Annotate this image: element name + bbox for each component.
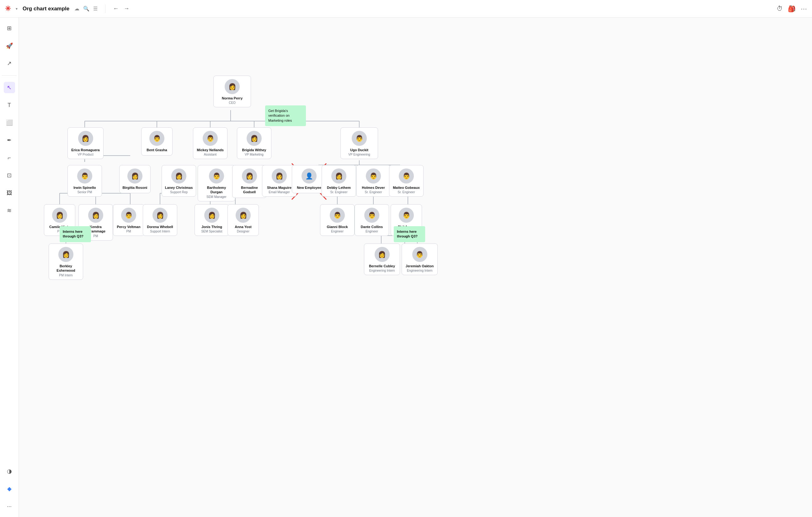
undo-button[interactable]: ← (113, 5, 119, 12)
present-icon[interactable]: 🎒 (788, 5, 796, 12)
app-title: Org chart example (23, 6, 69, 12)
search-icon[interactable]: 🔍 (83, 6, 89, 11)
cloud-icon[interactable]: ☁ (75, 6, 79, 11)
nav-icons: ← → (113, 5, 129, 12)
topbar: ✳ ▾ Org chart example ☁ 🔍 ☰ ← → ⏱ 🎒 ⋯ (0, 0, 812, 18)
redo-button[interactable]: → (124, 5, 129, 12)
logo-dropdown-arrow[interactable]: ▾ (16, 7, 18, 11)
app-logo: ✳ (5, 5, 11, 13)
more-options-icon[interactable]: ⋯ (801, 5, 807, 12)
toolbar-icons: ☁ 🔍 ☰ (75, 6, 97, 11)
right-icons: ⏱ 🎒 ⋯ (777, 5, 807, 12)
timer-icon[interactable]: ⏱ (777, 5, 783, 12)
menu-icon[interactable]: ☰ (93, 6, 97, 11)
